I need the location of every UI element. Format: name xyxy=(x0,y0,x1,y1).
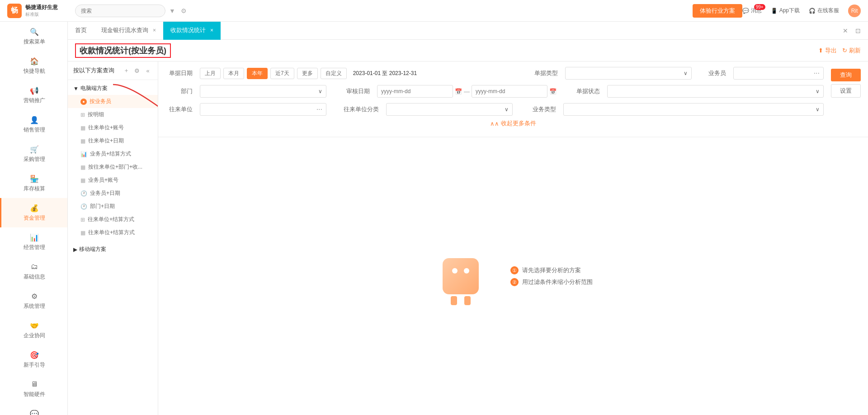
status-chevron-icon: ∨ xyxy=(816,88,820,94)
sidebar-item-enterprise[interactable]: 🤝 企业协同 xyxy=(0,316,67,345)
tree-item-salesperson-method[interactable]: 📊 业务员+结算方式 xyxy=(68,147,158,160)
tree-item-by-partner-dept[interactable]: ▦ 按往来单位+部门+收... xyxy=(68,160,158,174)
date-btn-this-year[interactable]: 本年 xyxy=(247,68,268,79)
top-right-area: 💬 消息 99+ 📱 App下载 🎧 在线客服 Rit xyxy=(742,5,861,17)
tree-item-dept-date[interactable]: 🕐 部门+日期 xyxy=(68,200,158,213)
right-panel: 单据日期 上月 本月 本年 近7天 更多 自定义 2023-01-01 至 20… xyxy=(158,61,868,415)
sidebar-item-sales[interactable]: 👤 销售管理 xyxy=(0,110,67,139)
tab-home[interactable]: 首页 xyxy=(68,22,94,40)
mobile-section-title[interactable]: ▶ 移动端方案 xyxy=(68,243,158,256)
folder-icon: 🗂 xyxy=(30,262,39,271)
page-actions: ⬆ 导出 ↻ 刷新 xyxy=(818,47,861,55)
voucher-type-select[interactable]: ∨ xyxy=(565,67,692,80)
settings-button[interactable]: 设置 xyxy=(831,84,861,98)
top-search-input[interactable] xyxy=(75,5,165,17)
tree-item-partner-account[interactable]: ▦ 往来单位+账号 xyxy=(68,121,158,134)
online-service-button[interactable]: 🎧 在线客服 xyxy=(809,7,839,14)
sidebar-item-operation[interactable]: 📊 经营管理 xyxy=(0,227,67,257)
robot-body xyxy=(443,258,479,294)
query-button[interactable]: 查询 xyxy=(831,69,861,81)
sidebar-item-newbie[interactable]: 🎯 新手引导 xyxy=(0,345,67,374)
maximize-window-btn[interactable]: ⊡ xyxy=(854,26,863,35)
grid-icon: ⊞ xyxy=(80,112,85,118)
sidebar-item-label: 采购管理 xyxy=(24,156,45,163)
sidebar-item-hardware[interactable]: 🖥 智能硬件 xyxy=(0,374,67,404)
refresh-button[interactable]: ↻ 刷新 xyxy=(842,47,861,55)
settings-scheme-btn[interactable]: ⚙ xyxy=(132,66,142,75)
tree-item-salesperson-date[interactable]: 🕐 业务员+日期 xyxy=(68,187,158,200)
tab-collection-close[interactable]: × xyxy=(210,28,213,33)
date-btn-last-month[interactable]: 上月 xyxy=(200,68,221,79)
partner-classification-select[interactable]: ∨ xyxy=(386,103,513,116)
table3-icon: ▦ xyxy=(80,164,85,170)
date-btn-7days[interactable]: 近7天 xyxy=(270,68,294,79)
calendar-end-icon[interactable]: 📅 xyxy=(549,88,557,95)
partner-more-icon[interactable]: ··· xyxy=(316,105,322,113)
partner-select[interactable]: ··· xyxy=(200,103,326,116)
page-title: 收款情况统计(按业务员) xyxy=(75,43,171,58)
export-button[interactable]: ⬆ 导出 xyxy=(818,47,837,55)
tree-item-partner-method[interactable]: ⊞ 往来单位+结算方式 xyxy=(68,213,158,226)
calendar-start-icon[interactable]: 📅 xyxy=(455,88,462,95)
tip-text-1: 请先选择要分析的方案 xyxy=(522,266,581,274)
sidebar: 🔍 搜索菜单 🏠 快捷导航 📢 营销推广 👤 销售管理 🛒 采购管理 🏪 库存核… xyxy=(0,22,68,415)
sidebar-item-inventory[interactable]: 🏪 库存核算 xyxy=(0,169,67,198)
sidebar-item-label: 新手引导 xyxy=(24,361,45,369)
sidebar-item-system[interactable]: ⚙ 系统管理 xyxy=(0,286,67,316)
collapse-panel-btn[interactable]: « xyxy=(143,66,152,75)
mobile-section: ▶ 移动端方案 xyxy=(68,241,158,258)
app-download-button[interactable]: 📱 App下载 xyxy=(771,7,800,14)
empty-tip-1: ① 请先选择要分析的方案 xyxy=(510,266,593,274)
tree-item-salesperson-account[interactable]: ▦ 业务员+账号 xyxy=(68,174,158,187)
date-btn-this-month[interactable]: 本月 xyxy=(223,68,244,79)
sidebar-item-wechat[interactable]: 💬 企业微信 xyxy=(0,404,67,415)
tab-bar: 首页 现金银行流水查询 × 收款情况统计 × ✕ ⊡ xyxy=(68,22,868,40)
date-btn-custom[interactable]: 自定义 xyxy=(321,68,347,79)
trial-button[interactable]: 体验行业方案 xyxy=(693,4,742,18)
tree-item-partner-method2[interactable]: ▦ 往来单位+结算方式 xyxy=(68,226,158,239)
close-window-btn[interactable]: ✕ xyxy=(841,26,850,35)
more-options-icon[interactable]: ··· xyxy=(814,69,820,77)
query-buttons: 查询 设置 xyxy=(831,69,861,98)
search-icon: 🔍 xyxy=(30,27,39,36)
sidebar-item-marketing[interactable]: 📢 营销推广 xyxy=(0,80,67,110)
business-type-label: 业务类型 xyxy=(520,105,556,113)
business-type-select[interactable]: ∨ xyxy=(563,103,824,116)
add-scheme-btn[interactable]: ＋ xyxy=(122,66,131,75)
tab-collection[interactable]: 收款情况统计 × xyxy=(163,22,221,40)
sidebar-item-shortcuts[interactable]: 🏠 快捷导航 xyxy=(0,51,67,80)
review-date-end[interactable] xyxy=(472,85,547,98)
sidebar-item-basic[interactable]: 🗂 基础信息 xyxy=(0,257,67,286)
date-filter-control: 上月 本月 本年 近7天 更多 自定义 2023-01-01 至 2023-12… xyxy=(200,68,514,79)
date-btn-more[interactable]: 更多 xyxy=(297,68,318,79)
refresh-icon: ↻ xyxy=(842,47,847,54)
sidebar-item-purchase[interactable]: 🛒 采购管理 xyxy=(0,139,67,169)
partner-class-chevron-icon: ∨ xyxy=(505,106,509,113)
tab-bank[interactable]: 现金银行流水查询 × xyxy=(94,22,163,40)
tree-item-by-salesperson[interactable]: ● 按业务员 xyxy=(68,95,158,108)
review-date-start[interactable] xyxy=(377,85,453,98)
sidebar-item-label: 经营管理 xyxy=(24,244,45,251)
bell-icon: 💬 xyxy=(742,8,749,14)
messages-button[interactable]: 💬 消息 99+ xyxy=(742,7,762,14)
export-icon: ⬆ xyxy=(818,47,823,54)
dept-label: 部门 xyxy=(165,87,193,95)
settings-icon[interactable]: ⚙ xyxy=(181,7,187,14)
voucher-status-select[interactable]: ∨ xyxy=(607,85,824,98)
salesperson-select[interactable]: ··· xyxy=(733,67,824,80)
sidebar-item-search[interactable]: 🔍 搜索菜单 xyxy=(0,22,67,51)
left-panel: 按以下方案查询 ＋ ⚙ « xyxy=(68,61,158,415)
voucher-date-label: 单据日期 xyxy=(165,69,193,77)
user-avatar[interactable]: Rit xyxy=(848,5,861,17)
collapse-btn[interactable]: ∧∧ 收起更多条件 xyxy=(165,116,861,131)
left-panel-header: 按以下方案查询 ＋ ⚙ « xyxy=(68,61,158,80)
tab-bank-close[interactable]: × xyxy=(153,28,156,33)
tree-item-partner-date[interactable]: ▦ 往来单位+日期 xyxy=(68,134,158,147)
expand-mobile-icon: ▶ xyxy=(73,246,77,253)
dropdown-icon[interactable]: ▼ xyxy=(169,7,175,14)
logo-area: 畅 畅捷通好生意 标准版 xyxy=(7,4,75,18)
desktop-section-title[interactable]: ▼ 电脑端方案 xyxy=(68,82,158,95)
tree-item-by-detail[interactable]: ⊞ 按明细 xyxy=(68,108,158,121)
dept-select[interactable]: ∨ xyxy=(200,85,326,98)
sidebar-item-finance[interactable]: 💰 资金管理 xyxy=(0,198,67,227)
